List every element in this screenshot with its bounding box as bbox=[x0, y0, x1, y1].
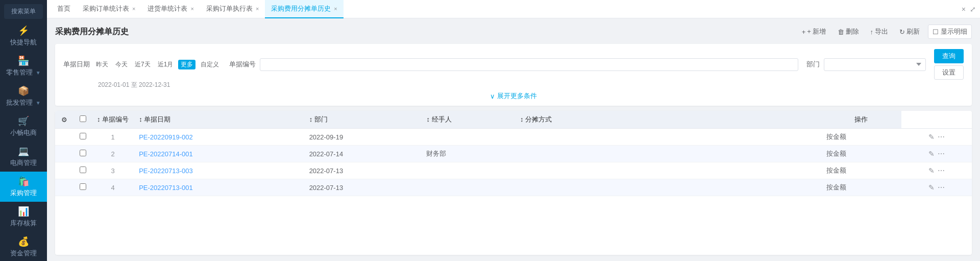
inventory-icon: 📊 bbox=[18, 206, 29, 217]
col-doc-no: ↕ 单据编号 bbox=[92, 111, 134, 129]
sidebar-item-mini[interactable]: 🛒 小畅电商 bbox=[0, 111, 47, 141]
row-handler bbox=[515, 129, 821, 146]
tab-home[interactable]: 首页 bbox=[51, 0, 77, 18]
col-doc-date: ↕ 单据日期 bbox=[134, 111, 304, 129]
refresh-button[interactable]: ↻ 刷新 bbox=[896, 25, 923, 38]
doc-no-link[interactable]: PE-20220714-001 bbox=[139, 150, 193, 158]
doc-no-link[interactable]: PE-20220919-002 bbox=[139, 133, 193, 141]
tab-purchase-in-stats[interactable]: 进货单统计表 × bbox=[141, 0, 200, 18]
doc-no-input[interactable] bbox=[260, 58, 798, 71]
sidebar-search[interactable]: 搜索菜单 bbox=[4, 4, 43, 19]
export-label: 导出 bbox=[875, 27, 888, 36]
more-btn[interactable]: 更多 bbox=[178, 60, 195, 69]
row-checkbox-cell[interactable] bbox=[74, 179, 92, 196]
col-dept: ↕ 部门 bbox=[304, 111, 422, 129]
add-label: + 新增 bbox=[807, 27, 826, 36]
row-checkbox-cell[interactable] bbox=[74, 129, 92, 146]
edit-icon[interactable]: ✎ bbox=[928, 150, 935, 158]
table-row: 1 PE-20220919-002 2022-09-19 按金额 ✎ ⋯ bbox=[55, 129, 972, 146]
tab-close-purchase-order-exec[interactable]: × bbox=[256, 6, 259, 12]
row-checkbox-cell[interactable] bbox=[74, 146, 92, 162]
dept-filter-group: 部门 财务部 bbox=[806, 58, 926, 71]
yesterday-btn[interactable]: 昨天 bbox=[94, 60, 110, 69]
row-num: 3 bbox=[92, 162, 134, 179]
last7days-btn[interactable]: 近7天 bbox=[133, 60, 153, 69]
row-handler bbox=[515, 162, 821, 179]
add-button[interactable]: + + 新增 bbox=[799, 25, 829, 38]
tab-purchase-order-stats[interactable]: 采购订单统计表 × bbox=[77, 0, 141, 18]
edit-icon[interactable]: ✎ bbox=[928, 183, 935, 192]
data-table: ⚙ ↕ 单据编号 ↕ 单据日期 ↕ 部门 bbox=[55, 111, 972, 196]
data-table-container: ⚙ ↕ 单据编号 ↕ 单据日期 ↕ 部门 bbox=[55, 111, 972, 255]
row-dept: 财务部 bbox=[421, 146, 515, 162]
page-header: 采购费用分摊单历史 + + 新增 🗑 删除 ↑ 导出 ↻ 刷新 bbox=[55, 25, 972, 39]
query-settings-group: 查询 设置 bbox=[934, 49, 964, 80]
row-settings-cell bbox=[55, 129, 74, 146]
sidebar-item-finance[interactable]: 💰 资金管理 bbox=[0, 232, 47, 261]
row-doc-no: PE-20220713-001 bbox=[134, 179, 304, 196]
doc-no-link[interactable]: PE-20220713-001 bbox=[139, 184, 193, 192]
row-doc-date: 2022-09-19 bbox=[304, 129, 422, 146]
row-dept bbox=[421, 162, 515, 179]
settings-button[interactable]: 设置 bbox=[934, 65, 964, 80]
refresh-label: 刷新 bbox=[906, 27, 920, 36]
last1month-btn[interactable]: 近1月 bbox=[156, 60, 176, 69]
more-icon[interactable]: ⋯ bbox=[938, 150, 945, 158]
settings-gear-icon[interactable]: ⚙ bbox=[61, 116, 67, 124]
edit-icon[interactable]: ✎ bbox=[928, 133, 935, 141]
select-all-checkbox[interactable] bbox=[80, 115, 86, 122]
date-range-text: 2022-01-01 至 2022-12-31 bbox=[98, 81, 170, 88]
doc-no-link[interactable]: PE-20220713-003 bbox=[139, 167, 193, 175]
dept-select[interactable]: 财务部 bbox=[824, 58, 926, 71]
sidebar-item-ecom[interactable]: 💻 电商管理 bbox=[0, 141, 47, 172]
sidebar-item-label: 小畅电商 bbox=[10, 128, 37, 137]
tab-purchase-fee-split[interactable]: 采购费用分摊单历史 × bbox=[265, 0, 343, 18]
sidebar-item-retail[interactable]: 🏪 零售管理 ▼ bbox=[0, 51, 47, 81]
row-checkbox[interactable] bbox=[80, 183, 86, 190]
today-btn[interactable]: 今天 bbox=[113, 60, 130, 69]
row-checkbox-cell[interactable] bbox=[74, 162, 92, 179]
sidebar-item-purchase[interactable]: 🛍️ 采购管理 bbox=[0, 172, 47, 202]
more-icon[interactable]: ⋯ bbox=[938, 183, 945, 192]
sidebar-item-quicknav[interactable]: ⚡ 快捷导航 bbox=[0, 21, 47, 51]
doc-no-label: 单据编号 bbox=[229, 60, 256, 69]
more-icon[interactable]: ⋯ bbox=[938, 167, 945, 175]
show-cols-label: 显示明细 bbox=[941, 27, 967, 36]
custom-btn[interactable]: 自定义 bbox=[199, 60, 221, 69]
filter-top-row: 单据日期 昨天 今天 近7天 近1月 更多 自定义 单据编号 bbox=[63, 49, 964, 80]
expand-more-btn[interactable]: ∨ 展开更多条件 bbox=[63, 91, 964, 101]
row-handler bbox=[515, 179, 821, 196]
quicknav-icon: ⚡ bbox=[18, 25, 29, 36]
tab-close-purchase-fee-split[interactable]: × bbox=[334, 6, 337, 12]
query-button[interactable]: 查询 bbox=[934, 49, 964, 63]
tab-purchase-order-exec-label: 采购订单执行表 bbox=[206, 4, 253, 13]
close-all-tabs-icon[interactable]: × bbox=[962, 5, 966, 13]
col-handler-label: ↕ 经手人 bbox=[426, 115, 451, 123]
export-button[interactable]: ↑ 导出 bbox=[867, 25, 892, 38]
sidebar-item-wholesale[interactable]: 📦 批发管理 ▼ bbox=[0, 81, 47, 111]
tab-purchase-order-stats-label: 采购订单统计表 bbox=[83, 4, 129, 13]
row-checkbox[interactable] bbox=[80, 150, 86, 156]
row-doc-date: 2022-07-13 bbox=[304, 179, 422, 196]
row-doc-date: 2022-07-14 bbox=[304, 146, 422, 162]
col-settings[interactable]: ⚙ bbox=[55, 111, 74, 129]
row-split-method: 按金额 bbox=[821, 179, 901, 196]
tab-close-purchase-in-stats[interactable]: × bbox=[190, 6, 193, 12]
sidebar-item-label: 电商管理 bbox=[10, 158, 37, 168]
row-settings-cell bbox=[55, 146, 74, 162]
maximize-icon[interactable]: ⤢ bbox=[970, 5, 976, 13]
tab-close-purchase-order-stats[interactable]: × bbox=[132, 6, 135, 12]
row-checkbox[interactable] bbox=[80, 167, 86, 173]
more-icon[interactable]: ⋯ bbox=[938, 133, 945, 141]
row-checkbox[interactable] bbox=[80, 133, 86, 139]
checkbox-icon: ☐ bbox=[933, 28, 939, 36]
show-cols-button[interactable]: ☐ 显示明细 bbox=[928, 25, 972, 39]
tab-purchase-order-exec[interactable]: 采购订单执行表 × bbox=[200, 0, 265, 18]
delete-button[interactable]: 🗑 删除 bbox=[835, 25, 862, 38]
header-actions: + + 新增 🗑 删除 ↑ 导出 ↻ 刷新 ☐ 显示明细 bbox=[799, 25, 972, 39]
refresh-icon: ↻ bbox=[899, 28, 905, 36]
edit-icon[interactable]: ✎ bbox=[928, 167, 935, 175]
sidebar-item-label: 采购管理 bbox=[10, 188, 37, 198]
sidebar-item-inventory[interactable]: 📊 库存核算 bbox=[0, 202, 47, 232]
row-ops: ✎ ⋯ bbox=[901, 129, 972, 146]
